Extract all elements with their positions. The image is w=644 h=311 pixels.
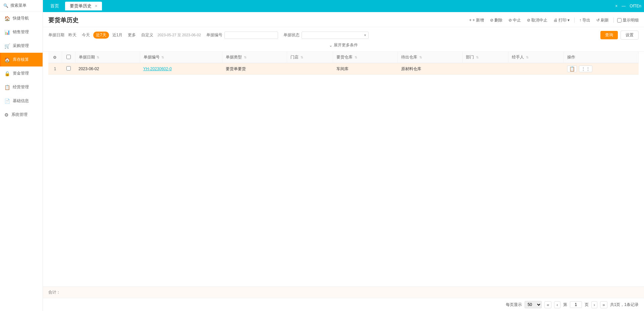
filter-row-1: 单据日期 昨天 今天 近7天 近1月 更多 自定义 2023-05-27 至 2… [48,31,639,40]
delete-button[interactable]: ⊘ 删除 [489,17,504,24]
sidebar-item-inventory[interactable]: 🏠 库存核算 [0,53,43,66]
page-size-select[interactable]: 50 10 20 100 [525,301,542,308]
tab-close-icon[interactable]: × [95,3,98,8]
show-detail-checkbox-label[interactable]: 显示明细 [617,17,639,23]
date-options: 昨天 今天 近7天 近1月 更多 自定义 [66,32,155,39]
date-opt-7days[interactable]: 近7天 [93,32,109,39]
row-edit-button[interactable]: 📋 [567,65,577,72]
requisition-table: ⚙ 单据日期 ⇅ 单据编号 ⇅ [48,52,639,75]
sidebar-item-quick-nav[interactable]: 🏠 快捷导航 [0,11,43,25]
refresh-icon: ↺ [596,18,600,23]
first-page-button[interactable]: « [544,301,551,308]
sort-icon-req-warehouse: ⇅ [355,55,357,59]
col-settings[interactable]: ⚙ [48,52,62,63]
cart-icon: 🛒 [4,43,10,49]
cancel-stop-icon: ⊘ [527,18,530,23]
table-area: ⚙ 单据日期 ⇅ 单据编号 ⇅ [43,52,644,286]
sidebar-item-system[interactable]: ⚙ 系统管理 [0,108,43,122]
export-button[interactable]: ↑ 导出 [578,17,592,24]
row-action-buttons: 📋 ⋮⋮ [567,65,635,72]
tab-requisition-history[interactable]: 要货单历史 × [65,2,102,10]
col-req-warehouse[interactable]: 要货仓库 ⇅ [333,52,398,63]
row-order-type: 要货单要货 [222,63,287,75]
print-button[interactable]: 🖨 打印 ▾ [552,17,571,24]
sort-icon-pending-warehouse: ⇅ [419,55,422,59]
search-button[interactable]: 查询 [600,31,618,39]
col-action: 操作 [564,52,639,63]
table-row[interactable]: 1 2023-06-02 YH-20230602-0 要货单要货 车间库 原材料… [48,63,639,75]
tab-often-label: OfTEn [630,4,641,8]
toolbar: + + 新增 ⊘ 删除 ⊘ 中止 ⊘ 取消中止 🖨 打印 [468,17,639,24]
status-select-wrapper [302,32,369,39]
date-opt-today[interactable]: 今天 [80,32,92,39]
sidebar-item-operations[interactable]: 📋 经营管理 [0,80,43,94]
row-department [463,63,508,75]
order-no-input[interactable] [224,32,278,39]
table-settings-icon[interactable]: ⚙ [53,55,57,60]
sidebar-search-label: 搜索菜单 [10,3,26,8]
select-all-checkbox[interactable] [66,55,71,59]
row-select-checkbox[interactable] [66,66,71,71]
col-pending-warehouse[interactable]: 待出仓库 ⇅ [398,52,463,63]
sidebar-item-sales[interactable]: 📊 销售管理 [0,25,43,39]
row-index: 1 [48,63,62,75]
print-dropdown-icon: ▾ [568,18,570,23]
expand-more-icon: ⌄ [329,43,332,48]
tab-minimize-window[interactable]: — [622,4,626,8]
lock-icon: 🔒 [4,71,10,76]
col-order-type[interactable]: 单据类型 ⇅ [222,52,287,63]
col-order-no[interactable]: 单据编号 ⇅ [140,52,222,63]
order-no-label: 单据编号 [206,32,222,38]
sidebar-item-label: 库存核算 [13,57,29,62]
col-date[interactable]: 单据日期 ⇅ [75,52,140,63]
sidebar-item-label: 快捷导航 [13,15,29,21]
date-opt-custom[interactable]: 自定义 [139,32,155,39]
row-date: 2023-06-02 [75,63,140,75]
col-checkbox[interactable] [62,52,75,63]
current-page-input[interactable] [570,301,582,308]
expand-more-btn[interactable]: ⌄ 展开更多条件 [48,42,639,48]
show-detail-checkbox[interactable] [617,18,622,23]
show-detail-label: 显示明细 [623,17,639,23]
cancel-stop-button[interactable]: ⊘ 取消中止 [526,17,549,24]
sort-icon-handler: ⇅ [526,55,529,59]
date-filter-group: 单据日期 昨天 今天 近7天 近1月 更多 自定义 2023-05-27 至 2… [48,32,201,39]
stop-button[interactable]: ⊘ 中止 [507,17,522,24]
date-opt-more[interactable]: 更多 [126,32,138,39]
total-info: 共1页，1条记录 [610,302,639,308]
home-icon: 🏠 [4,16,10,21]
sidebar-item-purchase[interactable]: 🛒 采购管理 [0,39,43,53]
last-page-button[interactable]: » [600,301,607,308]
sort-icon-department: ⇅ [476,55,479,59]
tab-home[interactable]: 首页 [46,2,64,10]
page-header: 要货单历史 + + 新增 ⊘ 删除 ⊘ 中止 ⊘ 取消中止 [43,12,644,27]
refresh-button[interactable]: ↺ 刷新 [595,17,610,24]
sidebar-item-label: 基础信息 [13,98,29,104]
row-order-no[interactable]: YH-20230602-0 [140,63,222,75]
row-order-no-link[interactable]: YH-20230602-0 [143,66,172,71]
col-store[interactable]: 门店 ⇅ [287,52,333,63]
sidebar-item-finance[interactable]: 🔒 资金管理 [0,66,43,80]
row-checkbox[interactable] [62,63,75,75]
gear-icon: ⚙ [4,112,9,118]
sort-icon-date: ⇅ [97,55,99,59]
col-handler[interactable]: 经手人 ⇅ [508,52,564,63]
tab-bar-actions: × — OfTEn [615,4,641,8]
col-department[interactable]: 部门 ⇅ [463,52,508,63]
row-more-button[interactable]: ⋮⋮ [579,65,592,72]
tab-close-window[interactable]: × [615,4,618,8]
main-content: 首页 要货单历史 × × — OfTEn 要货单历史 + + 新增 ⊘ 删除 [43,0,644,311]
add-button[interactable]: + + 新增 [468,17,485,24]
sidebar: 🔍 搜索菜单 🏠 快捷导航 📊 销售管理 🛒 采购管理 🏠 库存核算 🔒 资金管… [0,0,43,311]
date-opt-1month[interactable]: 近1月 [110,32,125,39]
settings-button[interactable]: 设置 [621,31,639,40]
status-input[interactable] [302,32,369,39]
next-page-button[interactable]: › [591,301,597,308]
prev-page-button[interactable]: ‹ [554,301,560,308]
row-handler [508,63,564,75]
page-suffix: 页 [585,302,589,308]
pagination: 每页显示 50 10 20 100 « ‹ 第 页 › » 共1页，1条记录 [43,298,644,311]
sidebar-item-basic-info[interactable]: 📄 基础信息 [0,94,43,108]
sidebar-search[interactable]: 🔍 搜索菜单 [0,0,43,11]
date-opt-yesterday[interactable]: 昨天 [66,32,78,39]
